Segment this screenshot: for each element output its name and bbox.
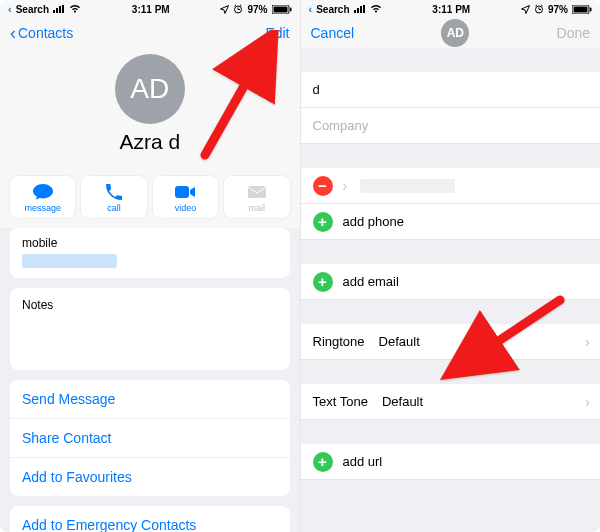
add-email-label: add email xyxy=(343,274,399,289)
texttone-value: Default xyxy=(382,394,423,409)
chevron-right-icon: › xyxy=(343,177,348,194)
phone-row[interactable]: − › xyxy=(301,168,601,204)
wifi-icon xyxy=(370,5,382,13)
mobile-label: mobile xyxy=(22,236,278,250)
done-button[interactable]: Done xyxy=(557,25,590,41)
location-icon xyxy=(521,5,530,14)
signal-icon xyxy=(53,5,65,13)
status-search: Search xyxy=(316,4,349,15)
ringtone-label: Ringtone xyxy=(313,334,365,349)
svg-rect-7 xyxy=(290,7,292,11)
chevron-left-icon: ‹ xyxy=(10,24,16,42)
battery-icon xyxy=(272,5,292,14)
add-icon: + xyxy=(313,272,333,292)
svg-rect-8 xyxy=(175,186,189,198)
signal-icon xyxy=(354,5,366,13)
video-label: video xyxy=(153,203,218,213)
add-emergency-link[interactable]: Add to Emergency Contacts xyxy=(10,506,290,532)
status-time: 3:11 PM xyxy=(132,4,170,15)
call-button[interactable]: call xyxy=(81,176,146,218)
chevron-right-icon: › xyxy=(585,333,590,350)
status-time: 3:11 PM xyxy=(432,4,470,15)
svg-rect-1 xyxy=(56,8,58,13)
company-placeholder: Company xyxy=(313,118,369,133)
mail-button: mail xyxy=(224,176,289,218)
back-label: Contacts xyxy=(18,25,73,41)
add-url-label: add url xyxy=(343,454,383,469)
back-chevron-icon: ‹ xyxy=(8,3,12,15)
message-label: message xyxy=(10,203,75,213)
add-url-row[interactable]: + add url xyxy=(301,444,601,480)
texttone-row[interactable]: Text Tone Default › xyxy=(301,384,601,420)
links-card: Send Message Share Contact Add to Favour… xyxy=(10,380,290,496)
battery-icon xyxy=(572,5,592,14)
mobile-number-masked xyxy=(22,254,117,268)
delete-phone-icon[interactable]: − xyxy=(313,176,333,196)
svg-rect-0 xyxy=(53,10,55,13)
svg-rect-9 xyxy=(248,186,266,198)
emergency-card: Add to Emergency Contacts xyxy=(10,506,290,532)
action-row: message call video mail xyxy=(0,170,300,228)
nav-bar: ‹Contacts Edit xyxy=(0,18,300,48)
phone-card[interactable]: mobile xyxy=(10,228,290,278)
svg-rect-11 xyxy=(357,8,359,13)
texttone-label: Text Tone xyxy=(313,394,368,409)
last-name-input[interactable]: d xyxy=(301,72,601,108)
alarm-icon xyxy=(534,4,544,14)
svg-rect-17 xyxy=(590,7,592,11)
chevron-right-icon: › xyxy=(585,393,590,410)
edit-button[interactable]: Edit xyxy=(265,25,289,41)
phone-number-masked xyxy=(360,179,455,193)
add-favourites-link[interactable]: Add to Favourites xyxy=(10,457,290,496)
ringtone-row[interactable]: Ringtone Default › xyxy=(301,324,601,360)
avatar[interactable]: AD xyxy=(115,54,185,124)
svg-rect-2 xyxy=(59,6,61,13)
svg-rect-3 xyxy=(62,5,64,13)
status-search: Search xyxy=(16,4,49,15)
status-battery: 97% xyxy=(247,4,267,15)
nav-bar: Cancel AD Done xyxy=(301,18,601,48)
contact-name: Azra d xyxy=(0,130,300,154)
video-icon xyxy=(174,185,196,199)
notes-label: Notes xyxy=(22,298,278,312)
add-email-row[interactable]: + add email xyxy=(301,264,601,300)
call-label: call xyxy=(81,203,146,213)
company-input[interactable]: Company xyxy=(301,108,601,144)
video-button[interactable]: video xyxy=(153,176,218,218)
status-bar: ‹ Search 3:11 PM 97% xyxy=(0,0,300,18)
share-contact-link[interactable]: Share Contact xyxy=(10,418,290,457)
send-message-link[interactable]: Send Message xyxy=(10,380,290,418)
avatar-small[interactable]: AD xyxy=(441,19,469,47)
phone-icon xyxy=(105,183,123,201)
mail-label: mail xyxy=(224,203,289,213)
message-button[interactable]: message xyxy=(10,176,75,218)
back-button[interactable]: ‹Contacts xyxy=(10,24,73,42)
add-phone-label: add phone xyxy=(343,214,404,229)
location-icon xyxy=(220,5,229,14)
svg-rect-13 xyxy=(363,5,365,13)
contact-hero: AD Azra d xyxy=(0,48,300,170)
contact-edit-screen: ‹ Search 3:11 PM 97% Cancel AD Done d Co… xyxy=(301,0,601,532)
svg-rect-16 xyxy=(574,6,588,12)
add-icon: + xyxy=(313,212,333,232)
alarm-icon xyxy=(233,4,243,14)
svg-rect-10 xyxy=(354,10,356,13)
contact-view-screen: ‹ Search 3:11 PM 97% ‹Contacts Edit AD A… xyxy=(0,0,301,532)
svg-rect-12 xyxy=(360,6,362,13)
mail-icon xyxy=(247,185,267,199)
add-phone-row[interactable]: + add phone xyxy=(301,204,601,240)
message-icon xyxy=(32,183,54,201)
cancel-button[interactable]: Cancel xyxy=(311,25,355,41)
svg-rect-6 xyxy=(273,6,287,12)
status-bar: ‹ Search 3:11 PM 97% xyxy=(301,0,601,18)
wifi-icon xyxy=(69,5,81,13)
status-battery: 97% xyxy=(548,4,568,15)
last-name-value: d xyxy=(313,82,320,97)
notes-card[interactable]: Notes xyxy=(10,288,290,370)
back-chevron-icon: ‹ xyxy=(309,3,313,15)
add-icon: + xyxy=(313,452,333,472)
ringtone-value: Default xyxy=(379,334,420,349)
